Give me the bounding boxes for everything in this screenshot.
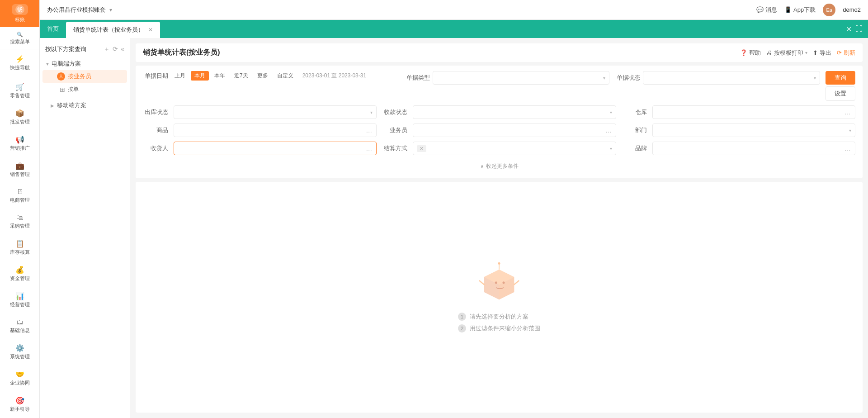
- date-tab-thismonth[interactable]: 本月: [191, 71, 209, 81]
- date-tab-thisyear[interactable]: 本年: [211, 71, 229, 81]
- sidebar-item-sales[interactable]: 💼 销售管理: [0, 156, 39, 182]
- page-actions: ❓ 帮助 🖨 按模板打印 ▾ ⬆ 导出 ⟳ 刷新: [740, 49, 855, 57]
- print-icon: 🖨: [766, 49, 772, 56]
- sidebar-item-operation[interactable]: 📊 经营管理: [0, 286, 39, 313]
- tab-bar: 首页 销货单统计表（按业务员） ✕ ✕ ⛶: [40, 20, 868, 38]
- date-tab-more[interactable]: 更多: [254, 71, 272, 81]
- app-download-btn[interactable]: 📱 App下载: [784, 6, 816, 14]
- sidebar-item-marketing[interactable]: 📢 营销推广: [0, 130, 39, 156]
- scheme-item-salesperson-label: 按业务员: [68, 72, 91, 81]
- tab-expand-btn[interactable]: ⛶: [855, 25, 863, 33]
- tab-close-all-btn[interactable]: ✕: [846, 25, 852, 33]
- scheme-section-pc: ▼ 电脑端方案 人 按业务员 ⊞ 按单: [40, 56, 130, 97]
- help-btn[interactable]: ❓ 帮助: [740, 49, 761, 57]
- tab-bar-actions: ✕ ⛶: [840, 25, 868, 33]
- warehouse-dots: …: [844, 109, 851, 116]
- left-panel: 按以下方案查询 ＋ ⟳ « ▼ 电脑端方案 人 按业务员 ⊞ 按单: [40, 38, 130, 418]
- quick-nav-icon: ⚡: [15, 55, 24, 63]
- brand-field[interactable]: …: [652, 142, 855, 155]
- consignee-field[interactable]: …: [174, 142, 377, 155]
- top-dropdown-arrow[interactable]: ▾: [109, 7, 112, 13]
- payment-field[interactable]: ▾: [413, 105, 616, 119]
- left-panel-add-btn[interactable]: ＋: [104, 45, 110, 53]
- empty-inner: 1 请先选择要分析的方案 2 用过滤条件来缩小分析范围: [458, 262, 540, 332]
- left-panel-collapse-btn[interactable]: «: [121, 45, 124, 53]
- basic-icon: 🗂: [16, 318, 24, 326]
- settlement-clear-btn[interactable]: ✕: [420, 146, 424, 152]
- user-avatar[interactable]: Ea: [823, 4, 835, 16]
- export-icon: ⬆: [813, 49, 818, 56]
- sidebar-logo[interactable]: 畅 标账: [0, 0, 39, 27]
- top-title: 办公用品行业模拟账套: [47, 6, 106, 14]
- tip-num-1: 1: [458, 313, 466, 321]
- settlement-label: 结算方式: [382, 144, 407, 152]
- settings-btn[interactable]: 设置: [826, 86, 855, 101]
- outbound-field[interactable]: ▾: [174, 105, 377, 119]
- doc-type-field[interactable]: ▾: [433, 71, 610, 85]
- warehouse-field[interactable]: …: [652, 105, 855, 119]
- left-panel-refresh-btn[interactable]: ⟳: [113, 45, 118, 53]
- collapse-btn[interactable]: ∧ 收起更多条件: [480, 162, 519, 170]
- sidebar-search-nav[interactable]: 🔍 搜索菜单: [0, 27, 39, 49]
- sidebar-item-wholesale[interactable]: 📦 批发管理: [0, 104, 39, 130]
- outbound-label: 出库状态: [143, 108, 168, 116]
- sidebar-item-enterprise[interactable]: 🤝 企业协同: [0, 365, 39, 391]
- date-label: 单据日期: [143, 72, 168, 80]
- goods-field[interactable]: …: [174, 124, 377, 137]
- filter-row-2: 出库状态 ▾ 收款状态 ▾ 仓库 …: [143, 105, 855, 119]
- ecommerce-icon: 🖥: [16, 188, 24, 196]
- goods-dots: …: [366, 127, 373, 134]
- empty-tips: 1 请先选择要分析的方案 2 用过滤条件来缩小分析范围: [458, 313, 540, 332]
- sidebar-item-system[interactable]: ⚙️ 系统管理: [0, 338, 39, 365]
- settlement-field[interactable]: ✕ ▾: [413, 142, 616, 155]
- tab-sales-stat[interactable]: 销货单统计表（按业务员） ✕: [66, 22, 160, 38]
- export-btn[interactable]: ⬆ 导出: [813, 49, 831, 57]
- main-area: 办公用品行业模拟账套 ▾ 💬 消息 📱 App下载 Ea demo2 首页 销货…: [40, 0, 868, 418]
- scheme-group-mobile-label: 移动端方案: [57, 101, 86, 109]
- sidebar-item-finance[interactable]: 💰 资金管理: [0, 260, 39, 286]
- tip-num-2: 2: [458, 324, 466, 332]
- sidebar-item-retail[interactable]: 🛒 零售管理: [0, 77, 39, 104]
- sidebar-item-inventory[interactable]: 📋 库存核算: [0, 234, 39, 260]
- refresh-label: 刷新: [844, 49, 855, 57]
- sidebar-quick-nav-label: 快捷导航: [10, 64, 30, 71]
- scheme-group-pc[interactable]: ▼ 电脑端方案: [40, 58, 130, 70]
- sidebar-retail-label: 零售管理: [10, 92, 30, 99]
- sidebar-item-basic[interactable]: 🗂 基础信息: [0, 313, 39, 338]
- scheme-item-by-salesperson[interactable]: 人 按业务员: [42, 70, 127, 83]
- salesperson-field[interactable]: …: [413, 124, 616, 137]
- date-tabs: 上月 本月 本年 近7天 更多 自定义: [171, 71, 297, 81]
- tab-close-btn[interactable]: ✕: [148, 27, 153, 33]
- left-panel-title: 按以下方案查询: [45, 45, 86, 53]
- app-download-icon: 📱: [784, 6, 792, 13]
- sidebar-item-purchase[interactable]: 🛍 采购管理: [0, 208, 39, 234]
- header-right: 💬 消息 📱 App下载 Ea demo2: [756, 4, 861, 16]
- scheme-item-order-icon: ⊞: [60, 86, 65, 93]
- sidebar-marketing-label: 营销推广: [10, 145, 30, 152]
- date-tab-7days[interactable]: 近7天: [231, 71, 252, 81]
- search-icon: 🔍: [17, 32, 23, 38]
- message-btn[interactable]: 💬 消息: [756, 6, 777, 14]
- query-btn[interactable]: 查询: [826, 71, 855, 85]
- print-btn[interactable]: 🖨 按模板打印 ▾: [766, 49, 807, 57]
- newbie-icon: 🎯: [15, 396, 24, 405]
- sidebar-item-quick-nav[interactable]: ⚡ 快捷导航: [0, 49, 39, 76]
- date-tab-custom[interactable]: 自定义: [274, 71, 297, 81]
- refresh-btn[interactable]: ⟳ 刷新: [837, 49, 855, 57]
- date-tab-lastmonth[interactable]: 上月: [171, 71, 189, 81]
- tab-home[interactable]: 首页: [40, 20, 66, 38]
- scheme-item-by-order[interactable]: ⊞ 按单: [40, 83, 130, 95]
- scheme-group-mobile[interactable]: ▶ 移动端方案: [40, 99, 130, 112]
- department-field[interactable]: ▾: [652, 124, 855, 137]
- sidebar-item-ecommerce[interactable]: 🖥 电商管理: [0, 182, 39, 208]
- settlement-clear-tag: ✕: [417, 145, 426, 152]
- brand-dots: …: [844, 145, 851, 152]
- help-icon: ❓: [740, 49, 747, 56]
- empty-tip-2: 2 用过滤条件来缩小分析范围: [458, 324, 540, 332]
- sidebar-basic-label: 基础信息: [10, 327, 30, 334]
- doc-status-field[interactable]: ▾: [643, 71, 820, 85]
- right-panel: 销货单统计表(按业务员) ❓ 帮助 🖨 按模板打印 ▾ ⬆ 导出: [130, 38, 868, 418]
- sidebar-item-newbie[interactable]: 🎯 新手引导: [0, 391, 39, 417]
- svg-point-6: [495, 281, 497, 284]
- left-panel-icons: ＋ ⟳ «: [104, 45, 124, 53]
